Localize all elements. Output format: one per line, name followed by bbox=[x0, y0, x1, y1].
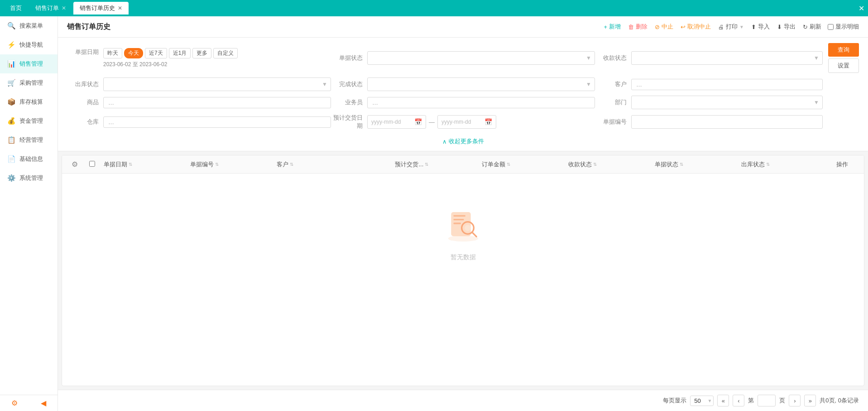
th-expected-delivery: 预计交货... ⇅ bbox=[391, 160, 478, 169]
date-today-btn[interactable]: 今天 bbox=[124, 48, 143, 58]
bill-no-input[interactable] bbox=[631, 115, 823, 129]
svg-rect-2 bbox=[453, 215, 465, 217]
refresh-button[interactable]: ↻ 刷新 bbox=[802, 21, 822, 33]
complete-status-select[interactable] bbox=[367, 77, 595, 91]
tab-home[interactable]: 首页 bbox=[4, 2, 28, 15]
th-payment-status: 收款状态 ⇅ bbox=[565, 160, 651, 169]
bill-status-select-wrapper: ▼ bbox=[367, 51, 595, 65]
query-button[interactable]: 查询 bbox=[828, 43, 859, 57]
calendar-to-icon: 📅 bbox=[484, 118, 492, 126]
page-size-label: 每页显示 bbox=[663, 396, 686, 405]
outbound-status-select[interactable] bbox=[103, 77, 331, 91]
expected-delivery-to[interactable]: yyyy-mm-dd 📅 bbox=[437, 115, 496, 129]
prev-page-button[interactable]: ‹ bbox=[733, 395, 744, 406]
th-bill-status: 单据状态 ⇅ bbox=[651, 160, 738, 169]
page-size-select[interactable]: 10 20 50 100 bbox=[690, 396, 714, 406]
sales-mgmt-icon: 📊 bbox=[7, 60, 16, 68]
tab-sales-order-history[interactable]: 销售订单历史 ✕ bbox=[73, 2, 129, 15]
refresh-icon: ↻ bbox=[803, 24, 808, 30]
sidebar-item-operations[interactable]: 📋 经营管理 bbox=[0, 131, 58, 150]
svg-line-6 bbox=[472, 232, 476, 237]
sidebar-item-inventory[interactable]: 📦 库存核算 bbox=[0, 92, 58, 111]
sidebar-collapse-icon[interactable]: ◀ bbox=[41, 399, 46, 407]
product-picker-btn[interactable]: … bbox=[103, 97, 331, 108]
dept-label: 部门 bbox=[595, 98, 631, 106]
sort-bill-status-icon[interactable]: ⇅ bbox=[680, 162, 683, 167]
sort-order-amount-icon[interactable]: ⇅ bbox=[507, 162, 510, 167]
expected-delivery-from[interactable]: yyyy-mm-dd 📅 bbox=[367, 115, 426, 129]
date-more-btn[interactable]: 更多 bbox=[192, 48, 211, 58]
select-all-checkbox[interactable] bbox=[89, 161, 95, 167]
complete-status-label: 完成状态 bbox=[331, 80, 367, 88]
sidebar: 🔍 搜索菜单 ⚡ 快捷导航 📊 销售管理 🛒 采购管理 📦 库存核算 💰 资金管… bbox=[0, 16, 58, 411]
page-title: 销售订单历史 bbox=[67, 22, 110, 32]
svg-rect-3 bbox=[453, 219, 464, 220]
print-button[interactable]: 🖨 打印 ▼ bbox=[717, 21, 745, 33]
dept-select[interactable] bbox=[631, 96, 823, 109]
stop-button[interactable]: ⊘ 中止 bbox=[654, 21, 674, 33]
bill-status-label: 单据状态 bbox=[331, 54, 367, 62]
sidebar-item-sys-mgmt[interactable]: ⚙️ 系统管理 bbox=[0, 169, 58, 188]
sidebar-settings-icon[interactable]: ⚙ bbox=[11, 399, 18, 407]
last-page-button[interactable]: » bbox=[804, 395, 816, 406]
date-last1m-btn[interactable]: 近1月 bbox=[169, 48, 191, 58]
table-settings-icon[interactable]: ⚙ bbox=[72, 160, 78, 168]
payment-status-label: 收款状态 bbox=[595, 54, 631, 62]
sidebar-item-quick-nav[interactable]: ⚡ 快捷导航 bbox=[0, 35, 58, 54]
new-button[interactable]: + 新增 bbox=[603, 21, 622, 33]
next-page-button[interactable]: › bbox=[789, 395, 801, 406]
toolbar: + 新增 🗑 删除 ⊘ 中止 ↩ 取消中止 🖨 打印 bbox=[603, 21, 859, 33]
content-area: 销售订单历史 + 新增 🗑 删除 ⊘ 中止 ↩ 取消中止 bbox=[58, 16, 868, 411]
sidebar-item-finance[interactable]: 💰 资金管理 bbox=[0, 111, 58, 131]
show-detail-checkbox[interactable] bbox=[828, 24, 834, 30]
page-number-input[interactable]: 1 bbox=[758, 395, 776, 406]
tab-sales-order-close[interactable]: ✕ bbox=[62, 5, 66, 11]
date-yesterday-btn[interactable]: 昨天 bbox=[103, 48, 122, 58]
bill-status-select[interactable] bbox=[367, 51, 595, 65]
svg-rect-4 bbox=[453, 222, 461, 224]
sidebar-item-search-menu[interactable]: 🔍 搜索菜单 bbox=[0, 16, 58, 35]
payment-status-select[interactable] bbox=[631, 51, 823, 65]
th-ops: 操作 bbox=[824, 160, 860, 169]
sort-outbound-status-icon[interactable]: ⇅ bbox=[766, 162, 770, 167]
tab-sales-order[interactable]: 销售订单 ✕ bbox=[29, 2, 72, 15]
show-detail-label[interactable]: 显示明细 bbox=[828, 23, 859, 31]
inventory-icon: 📦 bbox=[7, 98, 16, 106]
th-bill-no: 单据编号 ⇅ bbox=[187, 160, 273, 169]
pagination: 每页显示 10 20 50 100 ▼ « ‹ 第 1 页 › » 共0页, 0… bbox=[58, 390, 868, 411]
stop-icon: ⊘ bbox=[655, 24, 660, 30]
th-settings: ⚙ bbox=[66, 160, 84, 169]
product-label: 商品 bbox=[67, 98, 103, 106]
salesperson-picker-btn[interactable]: … bbox=[367, 97, 595, 108]
collapse-btn[interactable]: ∧ 收起更多条件 bbox=[67, 135, 859, 145]
sidebar-item-purchase-mgmt[interactable]: 🛒 采购管理 bbox=[0, 73, 58, 92]
warehouse-picker-btn[interactable]: … bbox=[103, 116, 331, 128]
sort-payment-status-icon[interactable]: ⇅ bbox=[593, 162, 597, 167]
th-outbound-status: 出库状态 ⇅ bbox=[738, 160, 824, 169]
sort-expected-delivery-icon[interactable]: ⇅ bbox=[425, 162, 428, 167]
salesperson-label: 业务员 bbox=[331, 98, 367, 106]
sort-customer-icon[interactable]: ⇅ bbox=[290, 162, 293, 167]
warehouse-label: 仓库 bbox=[67, 118, 103, 126]
cancel-stop-button[interactable]: ↩ 取消中止 bbox=[680, 21, 712, 33]
th-checkbox bbox=[84, 161, 100, 168]
tab-sales-order-history-close[interactable]: ✕ bbox=[118, 5, 122, 11]
sidebar-item-sales-mgmt[interactable]: 📊 销售管理 bbox=[0, 54, 58, 73]
import-button[interactable]: ⬆ 导入 bbox=[750, 21, 771, 33]
date-last7-btn[interactable]: 近7天 bbox=[145, 48, 167, 58]
settings-button[interactable]: 设置 bbox=[828, 58, 859, 73]
delete-button[interactable]: 🗑 删除 bbox=[627, 21, 648, 33]
date-divider: — bbox=[429, 119, 435, 126]
sidebar-item-basic-info[interactable]: 📄 基础信息 bbox=[0, 150, 58, 169]
first-page-button[interactable]: « bbox=[717, 395, 729, 406]
collapse-up-icon: ∧ bbox=[442, 138, 447, 145]
print-icon: 🖨 bbox=[718, 24, 724, 30]
export-button[interactable]: ⬇ 导出 bbox=[776, 21, 796, 33]
sort-bill-no-icon[interactable]: ⇅ bbox=[215, 162, 219, 167]
sort-bill-date-icon[interactable]: ⇅ bbox=[129, 162, 132, 167]
window-close-button[interactable]: ✕ bbox=[858, 4, 864, 13]
date-label: 单据日期 bbox=[67, 48, 103, 56]
customer-picker-btn[interactable]: … bbox=[631, 79, 823, 90]
filter-row-3: 商品 … 业务员 … 部门 ▼ bbox=[67, 96, 859, 109]
date-custom-btn[interactable]: 自定义 bbox=[213, 48, 238, 58]
